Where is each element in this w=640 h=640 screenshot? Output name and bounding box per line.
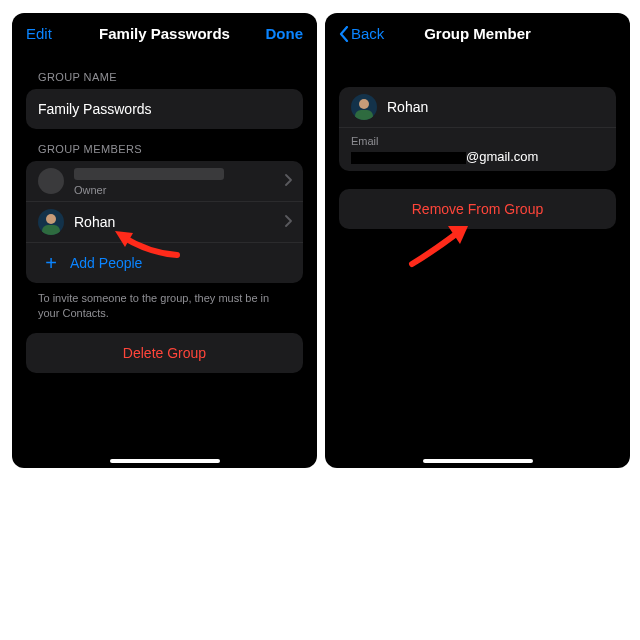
navbar: Back Group Member — [325, 13, 630, 57]
done-button[interactable]: Done — [266, 25, 304, 42]
member-name: Rohan — [74, 214, 291, 230]
page-title: Group Member — [325, 25, 630, 42]
member-name-redacted — [74, 168, 224, 180]
email-redacted — [351, 152, 466, 164]
svg-point-7 — [359, 99, 369, 109]
avatar — [351, 94, 377, 120]
home-indicator[interactable] — [423, 459, 533, 463]
section-label-members: GROUP MEMBERS — [38, 143, 317, 155]
member-subtitle: Owner — [74, 184, 291, 196]
screen-group-settings: Edit Family Passwords Done GROUP NAME Fa… — [12, 13, 317, 468]
svg-rect-8 — [355, 110, 373, 120]
remove-label: Remove From Group — [412, 201, 543, 217]
email-field: Email @gmail.com — [339, 127, 616, 171]
member-header: Rohan — [339, 87, 616, 127]
navbar: Edit Family Passwords Done — [12, 13, 317, 57]
delete-group-label: Delete Group — [123, 345, 206, 361]
email-label: Email — [351, 135, 604, 147]
members-card: Owner Rohan + Add People — [26, 161, 303, 283]
svg-point-3 — [46, 214, 56, 224]
member-card: Rohan Email @gmail.com — [339, 87, 616, 171]
email-visible: @gmail.com — [466, 149, 538, 164]
section-label-group-name: GROUP NAME — [38, 71, 317, 83]
delete-card: Delete Group — [26, 333, 303, 373]
add-people-button[interactable]: + Add People — [26, 242, 303, 283]
email-value: @gmail.com — [351, 149, 604, 164]
home-indicator[interactable] — [110, 459, 220, 463]
screen-group-member: Back Group Member Rohan Email @gmail.com — [325, 13, 630, 468]
avatar — [38, 209, 64, 235]
group-name-value: Family Passwords — [38, 101, 152, 117]
group-name-field[interactable]: Family Passwords — [26, 89, 303, 129]
member-row-rohan[interactable]: Rohan — [26, 201, 303, 242]
member-row-owner[interactable]: Owner — [26, 161, 303, 201]
group-name-card: Family Passwords — [26, 89, 303, 129]
chevron-right-icon — [285, 173, 293, 189]
member-info: Owner — [74, 167, 291, 196]
members-hint: To invite someone to the group, they mus… — [38, 291, 291, 321]
member-name: Rohan — [387, 99, 604, 115]
remove-from-group-button[interactable]: Remove From Group — [339, 189, 616, 229]
plus-icon: + — [38, 252, 64, 275]
avatar — [38, 168, 64, 194]
delete-group-button[interactable]: Delete Group — [26, 333, 303, 373]
chevron-right-icon — [285, 214, 293, 230]
svg-rect-4 — [42, 225, 60, 235]
add-people-label: Add People — [70, 255, 142, 271]
svg-point-0 — [38, 168, 64, 194]
remove-card: Remove From Group — [339, 189, 616, 229]
